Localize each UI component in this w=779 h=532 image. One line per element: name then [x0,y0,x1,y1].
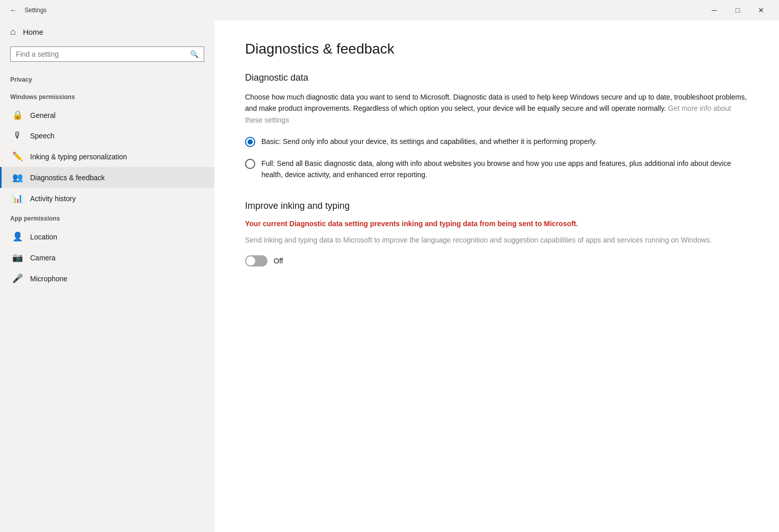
sidebar-item-microphone[interactable]: 🎤 Microphone [0,268,214,289]
search-input[interactable] [16,50,186,58]
camera-label: Camera [30,254,56,262]
camera-icon: 📷 [12,252,23,263]
muted-description: Send inking and typing data to Microsoft… [245,234,748,246]
diagnostics-icon: 👥 [12,172,23,183]
inking-icon: ✏️ [12,151,23,162]
radio-basic[interactable] [245,137,255,147]
sidebar-item-speech[interactable]: 🎙 Speech [0,126,214,146]
back-button[interactable]: ← [6,3,20,17]
sidebar-item-camera[interactable]: 📷 Camera [0,247,214,268]
app-container: ⌂ Home 🔍 Privacy Windows permissions 🔒 G… [0,20,779,532]
main-content: Diagnostics & feedback Diagnostic data C… [214,20,779,532]
general-icon: 🔒 [12,110,23,120]
app-title: Settings [25,7,702,14]
sidebar-item-activity[interactable]: 📊 Activity history [0,188,214,209]
radio-option-basic[interactable]: Basic: Send only info about your device,… [245,136,748,147]
title-bar: ← Settings ─ □ ✕ [0,0,779,20]
diagnostic-radio-group: Basic: Send only info about your device,… [245,136,748,180]
inking-toggle[interactable] [245,255,267,267]
microphone-icon: 🎤 [12,273,23,284]
radio-option-full[interactable]: Full: Send all Basic diagnostic data, al… [245,158,748,181]
radio-full-label: Full: Send all Basic diagnostic data, al… [261,158,748,181]
search-box-container: 🔍 [10,46,204,62]
speech-label: Speech [30,132,54,140]
maximize-button[interactable]: □ [726,2,749,18]
close-button[interactable]: ✕ [749,2,773,18]
sidebar-item-diagnostics[interactable]: 👥 Diagnostics & feedback [0,167,214,188]
toggle-row: Off [245,255,748,267]
radio-full[interactable] [245,159,255,169]
privacy-section-label: Privacy [0,70,214,87]
general-label: General [30,111,56,119]
diagnostics-label: Diagnostics & feedback [30,174,105,182]
section1-description: Choose how much diagnostic data you want… [245,91,748,126]
minimize-icon: ─ [712,6,717,14]
maximize-icon: □ [736,6,740,14]
warning-text: Your current Diagnostic data setting pre… [245,219,748,229]
close-icon: ✕ [758,6,764,14]
window-controls: ─ □ ✕ [702,2,773,18]
inking-label: Inking & typing personalization [30,153,127,161]
home-icon: ⌂ [10,27,16,37]
home-label: Home [23,28,43,36]
sidebar-item-inking[interactable]: ✏️ Inking & typing personalization [0,146,214,167]
location-icon: 👤 [12,231,23,242]
section2-title: Improve inking and typing [245,201,748,211]
location-label: Location [30,233,57,241]
microphone-label: Microphone [30,275,67,283]
radio-basic-label: Basic: Send only info about your device,… [261,136,597,147]
app-permissions-label: App permissions [0,209,214,226]
windows-permissions-label: Windows permissions [0,87,214,105]
page-title: Diagnostics & feedback [245,41,748,57]
back-arrow-icon: ← [10,6,17,14]
speech-icon: 🎙 [12,131,23,141]
sidebar-item-home[interactable]: ⌂ Home [0,20,214,43]
sidebar: ⌂ Home 🔍 Privacy Windows permissions 🔒 G… [0,20,214,532]
sidebar-item-general[interactable]: 🔒 General [0,105,214,126]
sidebar-item-location[interactable]: 👤 Location [0,226,214,247]
search-icon: 🔍 [190,50,199,58]
section1-title: Diagnostic data [245,72,748,83]
minimize-button[interactable]: ─ [702,2,726,18]
toggle-label: Off [274,257,283,265]
activity-icon: 📊 [12,193,23,204]
activity-label: Activity history [30,195,76,203]
